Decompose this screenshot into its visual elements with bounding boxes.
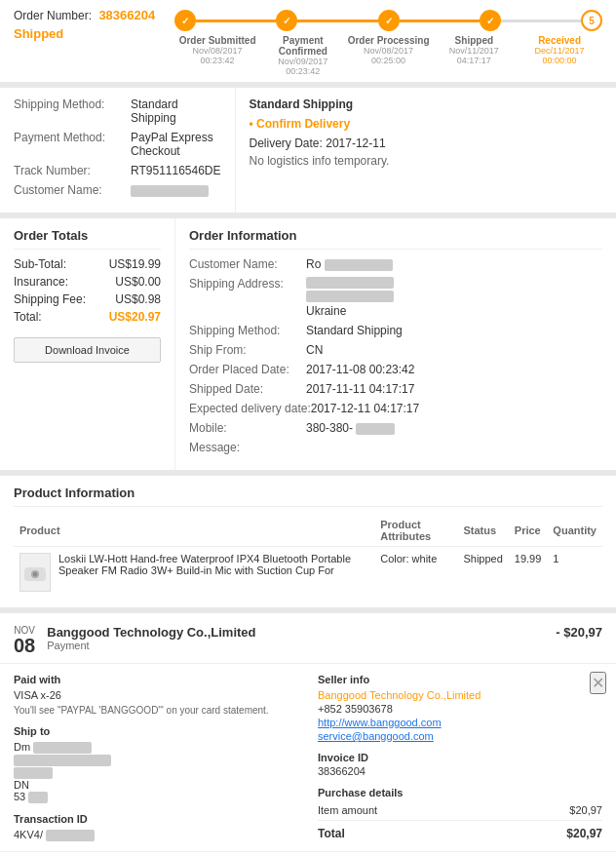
product-image	[19, 553, 51, 592]
payment-header: NOV 08 Banggood Technology Co.,Limited P…	[0, 613, 616, 664]
payment-section: NOV 08 Banggood Technology Co.,Limited P…	[0, 613, 616, 855]
order-status: Shipped	[14, 26, 155, 41]
order-info: Order Information Customer Name: Ro Ship…	[175, 218, 616, 470]
delivery-date: Delivery Date: 2017-12-11	[250, 136, 602, 150]
order-number-value: 38366204	[98, 8, 155, 22]
line-1	[196, 19, 276, 22]
line-3	[400, 19, 480, 22]
line-4	[501, 19, 581, 22]
customer-name-row: Customer Name:	[14, 183, 221, 197]
ship-to-line2	[14, 754, 298, 766]
col-status: Status	[457, 515, 508, 547]
shipping-section: Shipping Method: Standard Shipping Payme…	[0, 88, 616, 213]
card-note: You'll see "PAYPAL 'BANGGOOD'" on your c…	[14, 705, 298, 716]
step-3: ✓	[378, 10, 400, 31]
download-invoice-button[interactable]: Download Invoice	[14, 337, 161, 363]
step-label-4: Shipped Nov/11/2017 04:17:17	[431, 35, 517, 76]
step-label-5: Received Dec/11/2017 00:00:00	[517, 35, 602, 76]
product-section: Product Information Product Product Attr…	[0, 476, 616, 607]
step-5: 5	[581, 10, 602, 31]
progress-steps: ✓ ✓ ✓ ✓ 5	[174, 10, 602, 31]
insurance-row: Insurance: US$0.00	[14, 275, 161, 289]
invoice-title: Invoice ID	[318, 752, 602, 763]
step-1: ✓	[174, 10, 196, 31]
oi-message: Message:	[189, 441, 602, 454]
ship-to-53: 53	[14, 791, 298, 803]
product-quantity: 1	[547, 547, 602, 599]
step-label-2: Payment Confirmed Nov/09/2017 00:23:42	[260, 35, 346, 76]
product-price: 19.99	[509, 547, 548, 599]
print-details-bar: 🖨 Print details	[0, 851, 616, 855]
step-label-3: Order Processing Nov/08/2017 00:25:00	[346, 35, 432, 76]
product-status: Shipped	[457, 547, 508, 599]
purchase-item-row: Item amount $20,97	[318, 804, 602, 816]
ship-to-line3	[14, 766, 298, 779]
table-row: Loskii LW-Hott Hand-free Waterproof IPX4…	[14, 547, 602, 599]
product-section-title: Product Information	[14, 486, 602, 507]
transaction-title: Transaction ID	[14, 813, 298, 825]
order-bottom: Order Totals Sub-Total: US$19.99 Insuran…	[0, 218, 616, 470]
standard-shipping-title: Standard Shipping	[250, 97, 602, 111]
col-attributes: Product Attributes	[374, 515, 457, 547]
order-number-label: Order Number:	[14, 9, 92, 22]
shipping-right: Standard Shipping Confirm Delivery Deliv…	[236, 88, 616, 213]
col-price: Price	[509, 515, 548, 547]
col-quantity: Quantity	[547, 515, 602, 547]
line-2	[297, 19, 377, 22]
paid-with-title: Paid with	[14, 674, 298, 685]
purchase-total-row: Total $20,97	[318, 820, 602, 840]
invoice-id: 38366204	[318, 765, 602, 777]
step-label-1: Order Submitted Nov/08/2017 00:23:42	[174, 35, 260, 76]
oi-mobile: Mobile: 380-380-	[189, 421, 602, 435]
oi-shipping-method: Shipping Method: Standard Shipping	[189, 324, 602, 337]
shipping-fee-row: Shipping Fee: US$0.98	[14, 292, 161, 306]
seller-email-link[interactable]: service@banggood.com	[318, 730, 602, 742]
payment-right: Seller info Banggood Technology Co.,Limi…	[318, 674, 602, 841]
purchase-title: Purchase details	[318, 787, 602, 798]
transaction-id: 4KV4/	[14, 829, 298, 841]
payment-date: NOV 08	[14, 625, 35, 655]
payment-date-block: NOV 08 Banggood Technology Co.,Limited P…	[14, 625, 256, 655]
order-info-title: Order Information	[189, 228, 602, 250]
svg-point-2	[33, 572, 37, 576]
track-number-row: Track Number: RT951116546DE	[14, 164, 221, 177]
seller-phone: +852 35903678	[318, 703, 602, 715]
oi-ship-from: Ship From: CN	[189, 343, 602, 357]
product-table-header: Product Product Attributes Status Price …	[14, 515, 602, 547]
oi-customer-name: Customer Name: Ro	[189, 257, 602, 271]
total-row: Total: US$20.97	[14, 310, 161, 324]
order-totals-title: Order Totals	[14, 228, 161, 250]
ship-to-title: Ship to	[14, 725, 298, 737]
product-cell: Loskii LW-Hott Hand-free Waterproof IPX4…	[14, 547, 374, 598]
order-header: Order Number: 38366204 Shipped ✓ ✓ ✓ ✓ 5…	[0, 0, 616, 82]
order-totals: Order Totals Sub-Total: US$19.99 Insuran…	[0, 218, 175, 470]
subtotal-row: Sub-Total: US$19.99	[14, 257, 161, 271]
seller-info-title: Seller info	[318, 674, 602, 685]
col-product: Product	[14, 515, 374, 547]
steps-labels: Order Submitted Nov/08/2017 00:23:42 Pay…	[174, 35, 602, 76]
ship-to-dn: DN	[14, 779, 298, 791]
progress-area: ✓ ✓ ✓ ✓ 5 Order Submitted Nov/08/2017 00…	[174, 8, 602, 76]
payment-company: Banggood Technology Co.,Limited Payment	[47, 625, 255, 655]
oi-placed-date: Order Placed Date: 2017-11-08 00:23:42	[189, 363, 602, 376]
product-table: Product Product Attributes Status Price …	[14, 515, 602, 598]
ship-to-line1: Dm	[14, 741, 298, 754]
order-number-block: Order Number: 38366204 Shipped	[14, 8, 155, 41]
seller-name-link[interactable]: Banggood Technology Co.,Limited	[318, 689, 602, 701]
confirm-delivery[interactable]: Confirm Delivery	[250, 117, 602, 131]
payment-method-row: Payment Method: PayPal Express Checkout	[14, 131, 221, 158]
close-button[interactable]: ✕	[590, 672, 606, 694]
no-logistics: No logistics info temporary.	[250, 154, 602, 168]
payment-body: ✕ Paid with VISA x-26 You'll see "PAYPAL…	[0, 664, 616, 851]
step-4: ✓	[480, 10, 501, 31]
seller-url-link[interactable]: http://www.banggood.com	[318, 717, 602, 728]
order-number-row: Order Number: 38366204	[14, 8, 155, 22]
shipping-left: Shipping Method: Standard Shipping Payme…	[0, 88, 236, 213]
shipping-method-row: Shipping Method: Standard Shipping	[14, 97, 221, 125]
step-2: ✓	[276, 10, 297, 31]
card-label: VISA x-26	[14, 689, 298, 701]
payment-amount: - $20,97	[556, 625, 602, 640]
oi-shipped-date: Shipped Date: 2017-11-11 04:17:17	[189, 382, 602, 396]
oi-address: Shipping Address: Ukraine	[189, 277, 602, 318]
product-attributes: Color: white	[374, 547, 457, 599]
